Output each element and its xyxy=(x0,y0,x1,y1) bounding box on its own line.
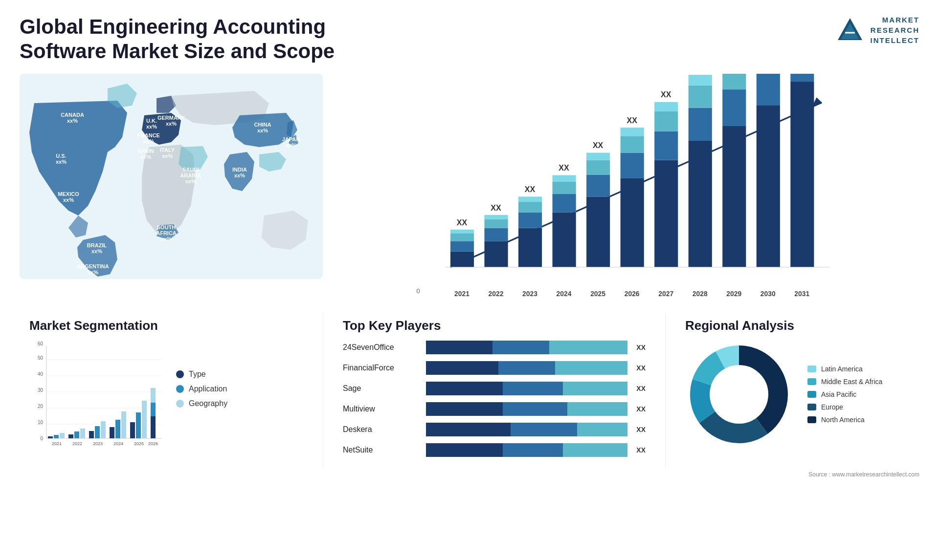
svg-rect-124 xyxy=(68,434,73,438)
svg-rect-75 xyxy=(654,160,678,267)
svg-text:SAUDI: SAUDI xyxy=(182,167,199,172)
svg-text:CANADA: CANADA xyxy=(61,112,84,118)
legend-label-apac: Asia Pacific xyxy=(821,390,856,398)
svg-rect-130 xyxy=(101,421,106,438)
regional-area: Regional Analysis xyxy=(665,313,919,469)
legend-label-europe: Europe xyxy=(821,403,843,411)
map-area: CANADA xx% U.S. xx% MEXICO xx% BRAZIL xx… xyxy=(20,69,323,303)
svg-text:2031: 2031 xyxy=(794,289,809,297)
svg-text:0: 0 xyxy=(416,287,420,295)
svg-rect-129 xyxy=(95,426,100,438)
svg-rect-45 xyxy=(484,241,508,267)
svg-text:U.K.: U.K. xyxy=(146,118,157,124)
legend-geography-dot xyxy=(176,400,184,408)
source-text: Source : www.marketresearchintellect.com xyxy=(0,469,939,483)
svg-text:20: 20 xyxy=(38,404,44,409)
svg-text:AFRICA: AFRICA xyxy=(156,230,177,236)
svg-text:xx%: xx% xyxy=(56,159,67,165)
svg-rect-39 xyxy=(450,252,474,267)
svg-rect-41 xyxy=(450,233,474,241)
player-row-3: Sage XX xyxy=(343,382,646,395)
page-title: Global Engineering Accounting Software M… xyxy=(20,15,362,64)
player-bar-seg1-5 xyxy=(426,423,511,436)
svg-rect-72 xyxy=(621,128,644,136)
svg-rect-122 xyxy=(60,433,65,438)
player-bar-seg3-1 xyxy=(549,341,628,354)
svg-rect-53 xyxy=(518,202,542,212)
svg-text:SOUTH: SOUTH xyxy=(157,224,176,230)
svg-rect-137 xyxy=(136,412,141,438)
svg-text:XX: XX xyxy=(559,163,569,172)
regional-legend-mea: Middle East & Africa xyxy=(807,378,882,386)
player-value-3: XX xyxy=(636,382,646,395)
player-bar-seg3-5 xyxy=(577,423,627,436)
legend-application-dot xyxy=(176,385,184,393)
svg-rect-58 xyxy=(553,194,576,212)
svg-rect-40 xyxy=(450,241,474,251)
svg-text:MEXICO: MEXICO xyxy=(58,191,79,197)
svg-rect-82 xyxy=(689,108,712,140)
svg-text:xx%: xx% xyxy=(146,124,157,129)
svg-text:xx%: xx% xyxy=(257,128,268,133)
svg-rect-125 xyxy=(74,431,79,438)
svg-text:xx%: xx% xyxy=(88,269,98,275)
svg-text:xx%: xx% xyxy=(140,154,151,160)
player-value-6: XX xyxy=(636,443,646,457)
player-bar-seg1-2 xyxy=(426,361,498,375)
player-bar-1 xyxy=(426,341,627,354)
svg-text:GERMANY: GERMANY xyxy=(157,115,185,121)
legend-application-label: Application xyxy=(189,385,227,393)
svg-text:2025: 2025 xyxy=(590,289,605,297)
player-bar-seg2-3 xyxy=(503,382,563,395)
player-name-1: 24SevenOffice xyxy=(343,343,421,352)
svg-rect-77 xyxy=(654,111,678,131)
player-bar-6 xyxy=(426,443,627,457)
svg-text:10: 10 xyxy=(38,420,44,425)
player-value-1: XX xyxy=(636,341,646,354)
regional-legend: Latin America Middle East & Africa Asia … xyxy=(807,365,882,424)
regional-legend-latin: Latin America xyxy=(807,365,882,373)
svg-text:2024: 2024 xyxy=(557,289,572,297)
bottom-section: Market Segmentation 0 10 20 30 40 50 60 xyxy=(20,303,919,469)
svg-rect-93 xyxy=(757,105,780,267)
svg-text:2029: 2029 xyxy=(726,289,741,297)
legend-type: Type xyxy=(176,370,227,379)
legend-type-dot xyxy=(176,370,184,378)
svg-text:2030: 2030 xyxy=(760,289,776,297)
legend-dot-latin xyxy=(807,366,816,372)
svg-text:INDIA: INDIA xyxy=(232,167,247,172)
player-bar-container-1 xyxy=(426,341,627,354)
svg-rect-94 xyxy=(757,74,780,105)
svg-rect-84 xyxy=(689,75,712,85)
legend-dot-europe xyxy=(807,404,816,410)
svg-rect-128 xyxy=(89,431,94,438)
svg-rect-63 xyxy=(586,196,610,267)
legend-label-na: North America xyxy=(821,416,865,424)
svg-text:ITALY: ITALY xyxy=(160,147,175,153)
svg-text:BRAZIL: BRAZIL xyxy=(87,242,107,248)
player-row-4: Multiview XX xyxy=(343,402,646,416)
player-bar-container-4 xyxy=(426,402,627,416)
player-name-5: Deskera xyxy=(343,425,421,434)
player-name-6: NetSuite xyxy=(343,446,421,454)
svg-text:ARGENTINA: ARGENTINA xyxy=(77,263,109,269)
player-name-2: FinancialForce xyxy=(343,364,421,372)
player-bar-container-6 xyxy=(426,443,627,457)
svg-rect-42 xyxy=(450,230,474,233)
svg-rect-66 xyxy=(586,152,610,160)
world-map-svg: CANADA xx% U.S. xx% MEXICO xx% BRAZIL xx… xyxy=(20,74,323,279)
logo-text: MARKET RESEARCH INTELLECT xyxy=(871,15,920,45)
svg-text:xx%: xx% xyxy=(143,138,154,144)
svg-text:XX: XX xyxy=(525,185,536,194)
svg-rect-76 xyxy=(654,131,678,160)
svg-text:2021: 2021 xyxy=(52,441,62,446)
player-value-4: XX xyxy=(636,402,646,416)
players-area: Top Key Players 24SevenOffice XX Financi… xyxy=(323,313,665,469)
svg-text:2021: 2021 xyxy=(454,289,470,297)
svg-rect-60 xyxy=(553,175,576,181)
growth-chart-svg: 0 XX 2021 XX 2022 xyxy=(352,74,910,299)
player-bar-3 xyxy=(426,382,627,395)
svg-rect-81 xyxy=(689,141,712,267)
player-bar-seg3-4 xyxy=(567,402,628,416)
svg-text:XX: XX xyxy=(626,115,637,124)
